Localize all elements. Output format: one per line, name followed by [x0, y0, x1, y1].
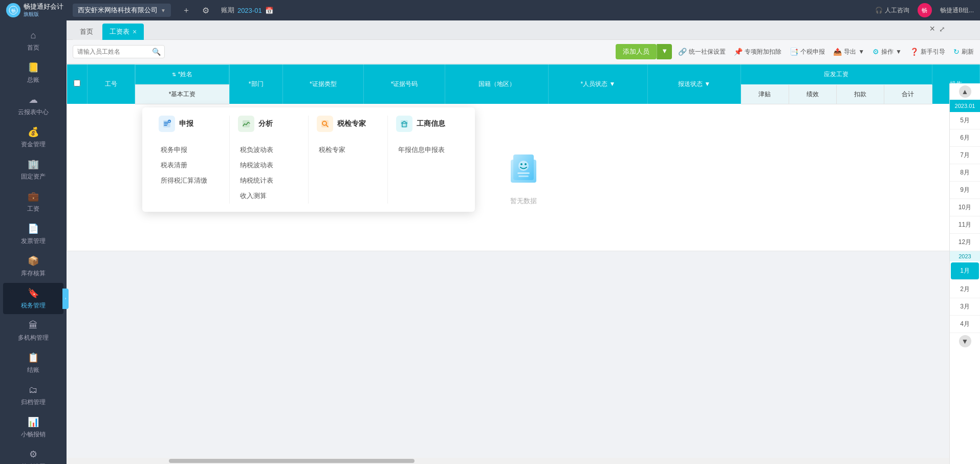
tab-close-btn[interactable]: × [133, 28, 137, 35]
main-layout: ⌂ 首页 📒 总账 ☁ 云报表中心 💰 资金管理 🏢 固定资产 💼 工资 📄 发… [0, 20, 980, 464]
sidebar-item-invoice[interactable]: 📄 发票管理 [3, 218, 63, 250]
toolbar: 🔍 添加人员 ▼ 🔗 统一社保设置 📌 专项附加扣除 [67, 40, 980, 64]
sidebar-item-report[interactable]: ☁ 云报表中心 [3, 90, 63, 121]
cal-month-2[interactable]: 2月 [950, 281, 980, 298]
cal-month-11[interactable]: 11月 [950, 216, 980, 234]
action-refresh-label: 刷新 [962, 48, 974, 56]
sidebar-item-salary[interactable]: 💼 工资 [3, 186, 63, 217]
svg-point-4 [518, 161, 529, 171]
tab-home[interactable]: 首页 [73, 24, 100, 40]
calendar-icon[interactable]: 📅 [265, 7, 273, 14]
inventory-icon: 📦 [27, 255, 39, 267]
section-title-analysis: 分析 [238, 116, 300, 136]
cal-month-1[interactable]: 1月 [951, 262, 979, 280]
sidebar-item-settle[interactable]: 📋 结账 [3, 347, 63, 379]
menu-tax-decl[interactable]: 税务申报 [159, 142, 221, 158]
operate-arrow-icon: ▼ [896, 48, 902, 55]
cal-month-8[interactable]: 8月 [950, 164, 980, 182]
cal-month-9[interactable]: 9月 [950, 182, 980, 199]
sidebar-item-fund[interactable]: 💰 资金管理 [3, 122, 63, 153]
cal-month-6[interactable]: 6月 [950, 129, 980, 147]
sidebar-item-basic[interactable]: ⚙ 基础设置 [3, 444, 63, 464]
search-input[interactable] [77, 48, 149, 55]
sidebar-item-assets[interactable]: 🏢 固定资产 [3, 154, 63, 185]
action-tax-label: 个税申报 [800, 48, 825, 56]
sidebar-label-invoice: 发票管理 [21, 237, 46, 246]
col-base-salary: *基本工资 [135, 84, 229, 104]
col-id-no: *证据号码 [364, 64, 445, 104]
svg-rect-5 [517, 172, 530, 174]
status-filter-icon[interactable]: ▼ [609, 80, 616, 87]
sidebar-item-tax[interactable]: 🔖 税务管理 › [3, 283, 63, 314]
sidebar-label-assets: 固定资产 [21, 172, 46, 181]
user-name[interactable]: 畅捷通B组... [940, 6, 974, 15]
business-section-icon [396, 116, 412, 132]
add-person-btn[interactable]: 添加人员 [616, 44, 657, 59]
action-operate[interactable]: ⚙ 操作 ▼ [873, 48, 902, 56]
tab-salary-table[interactable]: 工资表 × [102, 24, 144, 40]
menu-income-tax[interactable]: 所得税汇算清缴 [159, 173, 221, 188]
cal-month-5[interactable]: 5月 [950, 112, 980, 129]
sidebar-collapse-btn[interactable]: › [62, 289, 69, 309]
close-window-btn[interactable]: × [929, 24, 935, 34]
cal-nav-up[interactable]: ▲ [959, 85, 971, 98]
cal-month-4[interactable]: 4月 [950, 316, 980, 333]
action-guide-label: 新手引导 [921, 48, 945, 56]
expand-window-btn[interactable]: ⤢ [939, 25, 945, 33]
add-company-btn[interactable]: ＋ [179, 3, 193, 17]
sidebar-item-archive[interactable]: 🗂 归档管理 [3, 380, 63, 411]
cal-month-3[interactable]: 3月 [950, 298, 980, 316]
col-total: 合计 [884, 84, 932, 104]
sidebar-item-multi[interactable]: 🏛 多机构管理 [3, 315, 63, 346]
col-checkbox[interactable] [67, 64, 88, 104]
service-btn[interactable]: 🎧 人工咨询 [875, 6, 909, 15]
sidebar-item-inventory[interactable]: 📦 库存核算 [3, 251, 63, 282]
ledger-icon: 📒 [27, 61, 39, 74]
menu-tax-form[interactable]: 税表清册 [159, 158, 221, 173]
top-header: 畅 畅捷通好会计 旗舰版 西安虾米网络科技有限公司 ▼ ＋ ⚙ 账期 2023-… [0, 0, 980, 20]
company-selector[interactable]: 西安虾米网络科技有限公司 ▼ [73, 4, 171, 17]
select-all-checkbox[interactable] [74, 80, 80, 86]
app-name: 畅捷通好会计 [24, 3, 63, 11]
menu-income-calc[interactable]: 收入测算 [238, 188, 300, 204]
cal-month-10[interactable]: 10月 [950, 199, 980, 216]
dropdown-section-expert: 税检专家 税检专家 [309, 116, 388, 204]
menu-annual-report[interactable]: 年报信息申报表 [396, 142, 459, 158]
cal-month-7[interactable]: 7月 [950, 147, 980, 164]
action-guide[interactable]: ❓ 新手引导 [910, 48, 945, 56]
action-social-label: 统一社保设置 [689, 48, 726, 56]
svg-point-7 [520, 163, 522, 165]
action-social-insurance[interactable]: 🔗 统一社保设置 [678, 48, 726, 56]
action-deduction[interactable]: 📌 专项附加扣除 [734, 48, 781, 56]
horizontal-scrollbar[interactable] [67, 458, 980, 464]
sidebar-item-sales[interactable]: 📊 小畅报销 [3, 412, 63, 443]
sidebar-item-ledger[interactable]: 📒 总账 [3, 57, 63, 89]
svg-rect-6 [518, 175, 529, 177]
sidebar-item-home[interactable]: ⌂ 首页 [3, 25, 63, 56]
action-export[interactable]: 📤 导出 ▼ [833, 48, 864, 56]
scroll-thumb[interactable] [169, 459, 415, 463]
report-filter-icon[interactable]: ▼ [704, 80, 710, 87]
user-avatar[interactable]: 畅 [918, 3, 932, 17]
sidebar-label-report: 云报表中心 [18, 108, 49, 117]
cal-nav-down[interactable]: ▼ [959, 335, 971, 347]
col-dept: *部门 [229, 64, 282, 104]
menu-tax-burden[interactable]: 税负波动表 [238, 142, 300, 158]
headset-icon: 🎧 [875, 7, 883, 14]
menu-expert[interactable]: 税检专家 [317, 142, 379, 158]
content-area: 首页 工资表 × 🔍 添加人员 ▼ [67, 20, 980, 464]
action-refresh[interactable]: ↻ 刷新 [953, 48, 974, 56]
section-title-declaration: 申 申报 [159, 116, 221, 136]
sidebar-label-archive: 归档管理 [21, 398, 46, 407]
operate-icon: ⚙ [873, 48, 879, 56]
settings-icon[interactable]: ⚙ [199, 3, 213, 17]
action-tax-report[interactable]: 📑 个税申报 [790, 48, 825, 56]
menu-tax-stats[interactable]: 纳税统计表 [238, 173, 300, 188]
col-status: *人员状态 ▼ [549, 64, 647, 104]
cal-month-12[interactable]: 12月 [950, 234, 980, 251]
add-person-dropdown-btn[interactable]: ▼ [657, 44, 672, 59]
menu-tax-payment[interactable]: 纳税波动表 [238, 158, 300, 173]
svg-text:申: 申 [168, 120, 170, 123]
header-actions: ＋ ⚙ [179, 3, 213, 17]
sort-icon: ⇅ [172, 72, 176, 77]
